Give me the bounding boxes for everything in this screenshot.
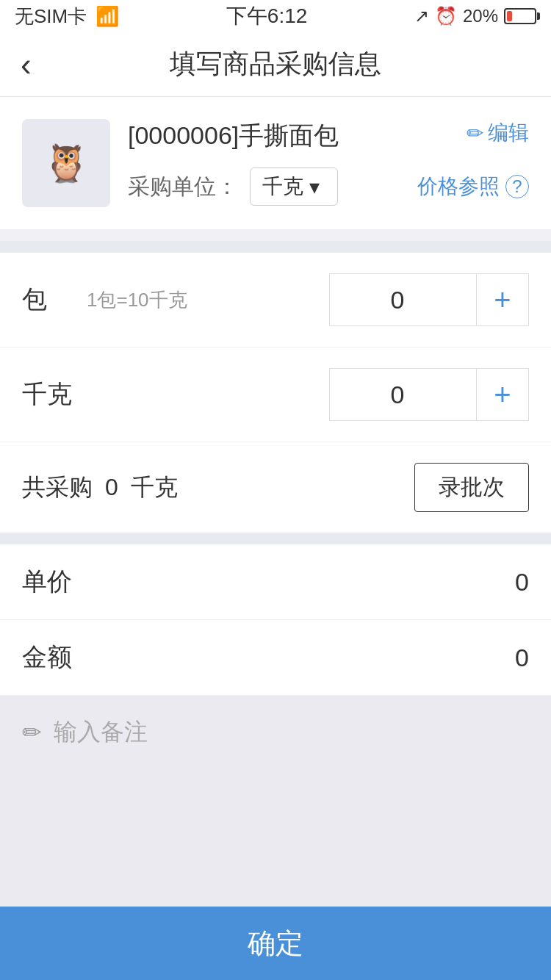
- pencil-icon: ✏: [22, 718, 42, 746]
- battery-percent: 20%: [463, 6, 498, 26]
- battery-fill: [507, 11, 512, 21]
- unit-kg-label: 千克: [22, 378, 81, 411]
- product-name: [0000006]手撕面包: [128, 119, 339, 153]
- confirm-button[interactable]: 确定: [0, 907, 551, 980]
- divider-1: [0, 241, 551, 253]
- product-logo: 🦉: [43, 142, 89, 184]
- price-reference-button[interactable]: 价格参照 ?: [417, 173, 529, 201]
- notes-section[interactable]: ✏ 输入备注: [0, 696, 551, 769]
- unit-bao-label: 包: [22, 283, 81, 317]
- summary-quantity: 0: [105, 474, 118, 500]
- quantity-row-bao: 包 1包=10千克 +: [0, 253, 551, 347]
- wifi-icon: 📶: [96, 5, 119, 28]
- product-thumbnail: 🦉: [22, 119, 110, 207]
- edit-label: 编辑: [488, 119, 529, 147]
- summary-text: 共采购 0 千克: [22, 472, 178, 504]
- purchase-unit-label: 采购单位：: [128, 172, 238, 202]
- status-bar: 无SIM卡 📶 下午6:12 ↗ ⏰ 20%: [0, 0, 551, 32]
- unit-dropdown[interactable]: 千克 ▾: [250, 167, 338, 206]
- bao-quantity-input[interactable]: [329, 273, 476, 326]
- product-header: [0000006]手撕面包 ✏ 编辑: [128, 119, 529, 153]
- summary-prefix: 共采购: [22, 474, 93, 500]
- bao-increment-button[interactable]: +: [476, 273, 529, 326]
- product-card: 🦉 [0000006]手撕面包 ✏ 编辑 采购单位： 千克 ▾ 价格参照 ?: [0, 97, 551, 229]
- status-time: 下午6:12: [226, 2, 308, 30]
- kg-input-group: +: [329, 368, 529, 421]
- battery-icon: [504, 8, 536, 24]
- quantity-section: 包 1包=10千克 + 千克 +: [0, 253, 551, 442]
- unit-bao-sublabel: 1包=10千克: [87, 287, 187, 313]
- price-ref-label: 价格参照: [417, 173, 500, 201]
- edit-button[interactable]: ✏ 编辑: [467, 119, 529, 147]
- main-content: 🦉 [0000006]手撕面包 ✏ 编辑 采购单位： 千克 ▾ 价格参照 ?: [0, 97, 551, 975]
- batch-record-button[interactable]: 录批次: [414, 463, 529, 512]
- location-icon: ↗: [414, 6, 429, 26]
- divider-2: [0, 533, 551, 544]
- amount-value: 0: [515, 644, 529, 672]
- unit-price-value: 0: [515, 568, 529, 597]
- carrier-text: 无SIM卡: [15, 4, 87, 29]
- kg-increment-button[interactable]: +: [476, 368, 529, 421]
- price-section: 单价 0 金额 0: [0, 544, 551, 696]
- summary-row: 共采购 0 千克 录批次: [0, 442, 551, 533]
- unit-price-row: 单价 0: [0, 544, 551, 620]
- bao-input-group: +: [329, 273, 529, 326]
- help-icon: ?: [505, 175, 529, 198]
- edit-icon: ✏: [467, 121, 483, 145]
- status-left: 无SIM卡 📶: [15, 4, 119, 29]
- amount-label: 金额: [22, 641, 72, 674]
- notes-placeholder: 输入备注: [54, 716, 148, 749]
- unit-value: 千克: [262, 173, 303, 201]
- nav-bar: ‹ 填写商品采购信息: [0, 32, 551, 97]
- chevron-down-icon: ▾: [309, 175, 320, 199]
- back-button[interactable]: ‹: [21, 48, 32, 81]
- unit-price-label: 单价: [22, 565, 72, 599]
- alarm-icon: ⏰: [435, 6, 457, 26]
- status-right: ↗ ⏰ 20%: [414, 6, 536, 26]
- summary-unit: 千克: [131, 474, 178, 500]
- page-title: 填写商品采购信息: [170, 46, 381, 82]
- product-info: [0000006]手撕面包 ✏ 编辑 采购单位： 千克 ▾ 价格参照 ?: [128, 119, 529, 206]
- kg-quantity-input[interactable]: [329, 368, 476, 421]
- purchase-unit-row: 采购单位： 千克 ▾ 价格参照 ?: [128, 167, 529, 206]
- amount-row: 金额 0: [0, 620, 551, 696]
- quantity-row-kg: 千克 +: [0, 347, 551, 442]
